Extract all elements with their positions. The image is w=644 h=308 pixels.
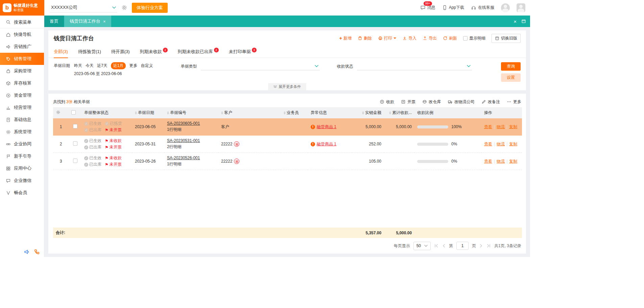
sort-icon[interactable] — [167, 111, 169, 115]
copy-link[interactable]: 复制 — [509, 142, 517, 146]
filter-tab-to-pick[interactable]: 待拣验货(1) — [78, 46, 101, 58]
sidebar-item-app-center[interactable]: 应用中心 — [0, 162, 44, 174]
close-all-tabs-icon[interactable]: × — [514, 19, 517, 24]
sidebar-item-guide[interactable]: 新手引导 — [0, 150, 44, 162]
show-detail-toggle[interactable]: 显示明细 — [463, 35, 485, 41]
sidebar-item-operations[interactable]: 经营管理 — [0, 101, 44, 114]
sort-icon[interactable] — [389, 111, 391, 115]
expand-more-button[interactable]: 展开更多条件 — [268, 83, 306, 90]
select-all-checkbox[interactable] — [71, 110, 76, 115]
doc-type-select[interactable] — [201, 62, 320, 70]
date-option-custom[interactable]: 自定义 — [141, 63, 153, 69]
tab-close-icon[interactable]: × — [103, 19, 106, 24]
float-phone-icon[interactable] — [34, 249, 40, 255]
doc-no-link[interactable]: SA-20230605-001 — [167, 121, 200, 126]
import-button[interactable]: 导入 — [402, 35, 416, 41]
filter-tab-overdue-shipped[interactable]: 到期未收款已出库2 — [178, 46, 219, 58]
tab-list-icon[interactable] — [521, 19, 526, 24]
view-link[interactable]: 查看 — [484, 159, 492, 164]
logistics-link[interactable]: 物流 — [497, 142, 505, 146]
refresh-button[interactable]: 刷新 — [443, 35, 457, 41]
sort-icon[interactable] — [284, 111, 286, 115]
doc-no-link[interactable]: SA-20230526-001 — [167, 156, 200, 160]
app-download-button[interactable]: App下载 — [442, 5, 464, 10]
sidebar-item-wechat[interactable]: 企业微信 — [0, 174, 44, 187]
received-cell — [384, 136, 414, 153]
change-warehouse-button[interactable]: 改仓库 — [422, 99, 441, 105]
sidebar-item-sales[interactable]: 销售管理 — [0, 53, 44, 65]
view-link[interactable]: 查看 — [484, 142, 492, 146]
trial-industry-button[interactable]: 体验行业方案 — [132, 3, 168, 13]
sidebar-item-collaboration[interactable]: 企业协同 — [0, 138, 44, 150]
logistics-link[interactable]: 物流 — [497, 159, 505, 164]
sidebar-item-base-info[interactable]: 基础信息 — [0, 114, 44, 126]
sidebar-item-inventory[interactable]: 库存核算 — [0, 77, 44, 89]
more-actions-button[interactable]: 更多 — [507, 99, 521, 105]
sidebar-item-search-menu[interactable]: 搜索菜单 — [0, 16, 44, 28]
next-page-button[interactable] — [479, 244, 483, 248]
sidebar-item-system[interactable]: 系统管理 — [0, 126, 44, 138]
settings-button[interactable]: 设置 — [501, 73, 521, 82]
print-button[interactable]: 打印 — [378, 35, 396, 41]
column-gear-icon[interactable] — [56, 110, 61, 115]
float-announcement-icon[interactable] — [24, 249, 30, 255]
sidebar-item-purchase[interactable]: 采购管理 — [0, 65, 44, 77]
tab-daily-settlement[interactable]: 钱货日清工作台 × — [64, 16, 111, 27]
make-invoice-button[interactable]: 开票 — [401, 99, 415, 105]
company-select[interactable]: XXXXXX公司 — [50, 3, 117, 13]
tab-home[interactable]: 首页 — [44, 16, 64, 27]
filter-tab-all[interactable]: 全部(3) — [54, 46, 68, 58]
copy-link[interactable]: 复制 — [509, 124, 517, 129]
row-checkbox[interactable] — [73, 159, 77, 163]
sort-icon[interactable] — [221, 111, 223, 115]
filter-tab-overdue-unpaid[interactable]: 到期未收款2 — [140, 46, 168, 58]
sidebar-item-funds[interactable]: 资金管理 — [0, 89, 44, 101]
org-avatar[interactable] — [517, 3, 525, 12]
copy-link[interactable]: 复制 — [509, 159, 517, 164]
expand-more-label: 展开更多条件 — [279, 84, 301, 89]
first-page-button[interactable] — [434, 244, 439, 248]
exception-link[interactable]: 融货商品 1 — [317, 124, 336, 130]
row-checkbox[interactable] — [73, 124, 77, 128]
tab-label: 首页 — [50, 18, 58, 24]
doc-no-link[interactable]: SA-20230531-001 — [167, 138, 200, 143]
switch-old-version-button[interactable]: 切换旧版 — [492, 34, 521, 43]
add-button[interactable]: + 新增 — [339, 35, 352, 41]
messages-button[interactable]: 99+ 消息 — [420, 5, 435, 10]
settings-gear-icon[interactable] — [121, 5, 127, 10]
sidebar-item-quick-nav[interactable]: 快捷导航 — [0, 28, 44, 41]
per-page-select[interactable]: 50 — [413, 242, 431, 250]
online-service-button[interactable]: 在线客服 — [471, 5, 494, 10]
date-option-7days[interactable]: 近7天 — [97, 63, 108, 69]
logistics-link[interactable]: 物流 — [497, 124, 505, 129]
change-remark-button[interactable]: 改备注 — [481, 99, 500, 105]
sidebar-item-marketing[interactable]: 营销推广 — [0, 41, 44, 53]
sort-icon[interactable] — [362, 111, 364, 115]
exception-link[interactable]: 融货商品 1 — [317, 141, 336, 147]
sidebar-item-label: 企业微信 — [14, 177, 31, 184]
page-input[interactable]: 1 — [456, 242, 469, 250]
table-row[interactable]: 1 ✓已生效 ✓已拣货 ✓已出库 ⚑未开票 — [53, 118, 522, 136]
date-option-1month[interactable]: 近1月 — [111, 62, 126, 69]
table-row[interactable]: 3 ✓已生效 ⚑未收款 ✓已出库 ⚑未开票 — [53, 153, 522, 170]
filter-tab-to-invoice[interactable]: 待开票(3) — [111, 46, 130, 58]
date-option-today[interactable]: 今天 — [86, 63, 94, 69]
table-row[interactable]: 2 ✓已生效 ⚑未收款 ✓已出库 ⚑未开票 — [53, 136, 522, 153]
user-avatar[interactable] — [501, 3, 510, 12]
filter-tab-unprinted[interactable]: 未打印单据3 — [229, 46, 257, 58]
delete-button[interactable]: 删除 — [358, 35, 372, 41]
export-button[interactable]: 导出 — [423, 35, 437, 41]
sort-icon[interactable] — [135, 111, 137, 115]
row-checkbox[interactable] — [73, 141, 77, 146]
query-button[interactable]: 查询 — [501, 62, 521, 71]
receive-payment-button[interactable]: 收款 — [380, 99, 394, 105]
prev-page-button[interactable] — [442, 244, 446, 248]
view-link[interactable]: 查看 — [484, 124, 492, 129]
sidebar-item-member[interactable]: 畅会员 — [0, 187, 44, 199]
last-page-button[interactable] — [486, 244, 491, 248]
show-detail-checkbox[interactable] — [463, 36, 468, 41]
change-logistics-button[interactable]: 改物流公司 — [448, 99, 475, 105]
date-option-more[interactable]: 更多 — [129, 63, 137, 69]
payment-status-select[interactable] — [357, 62, 472, 70]
date-option-yesterday[interactable]: 昨天 — [74, 63, 82, 69]
